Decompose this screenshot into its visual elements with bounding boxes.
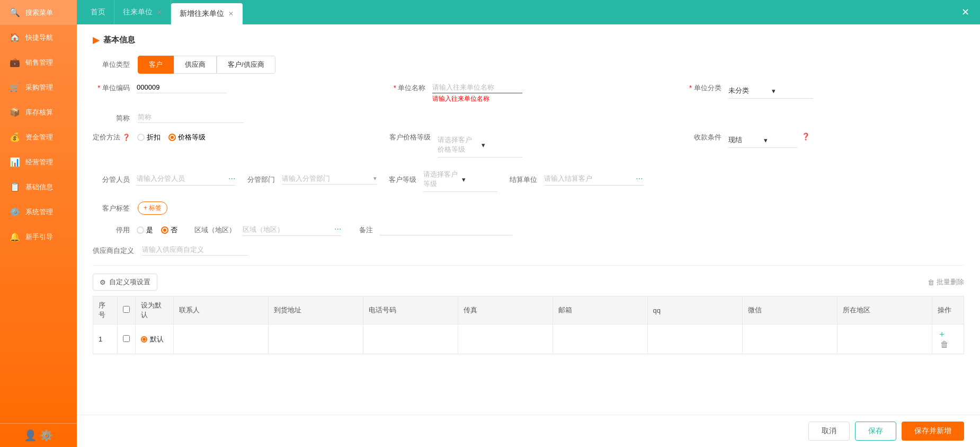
manager-picker-icon[interactable]: ··· <box>228 174 235 183</box>
settlement-field: ··· <box>544 174 643 186</box>
col-seq: 序号 <box>93 296 118 325</box>
sales-icon: 💼 <box>10 57 20 67</box>
cell-wechat <box>742 325 837 354</box>
window-close-icon[interactable]: ✕ <box>956 6 975 18</box>
sidebar-user-icon[interactable]: 👤 <box>24 429 37 442</box>
payment-info-icon[interactable]: ❓ <box>801 133 810 141</box>
qq-input[interactable] <box>653 335 737 343</box>
settlement-cell: 结算单位 ··· <box>508 174 643 186</box>
purchase-icon: 🛒 <box>10 82 20 92</box>
save-new-button[interactable]: 保存并新增 <box>902 422 964 441</box>
sidebar-settings-icon[interactable]: ⚙️ <box>40 429 53 442</box>
unit-name-input[interactable] <box>432 83 522 91</box>
payment-terms-label: 收款条件 <box>684 133 721 142</box>
cell-fax <box>458 325 553 354</box>
sidebar-item-finance[interactable]: 💰 资金管理 <box>0 125 77 150</box>
row-checkbox[interactable] <box>123 335 130 342</box>
fax-input[interactable] <box>464 335 547 343</box>
radio-discount[interactable]: 折扣 <box>137 133 161 142</box>
unit-code-input[interactable] <box>137 83 227 91</box>
radio-no[interactable]: 否 <box>161 225 177 235</box>
col-qq: qq <box>647 296 742 325</box>
row-region-input[interactable] <box>843 335 926 343</box>
sidebar-item-label: 系统管理 <box>25 207 53 217</box>
cell-seq: 1 <box>93 325 118 354</box>
unit-btn-customer[interactable]: 客户 <box>138 56 174 74</box>
sidebar-item-label: 销售管理 <box>25 58 53 67</box>
tab-partners-close[interactable]: ✕ <box>157 8 162 16</box>
sidebar-item-system[interactable]: ⚙️ 系统管理 <box>0 199 77 224</box>
unit-category-select[interactable]: 未分类 ▾ <box>728 83 813 99</box>
contacts-table: 序号 设为默认 联系人 到货地址 电话号码 传真 邮箱 qq 微信 所在地区 操… <box>93 296 964 354</box>
radio-price-level-label: 价格等级 <box>178 133 206 142</box>
customer-level-cell: 客户等级 请选择客户等级 ▾ <box>387 167 497 192</box>
contact-input[interactable] <box>179 335 263 343</box>
unit-btn-supplier[interactable]: 供应商 <box>174 56 217 74</box>
radio-price-level[interactable]: 价格等级 <box>168 133 206 142</box>
select-all-checkbox[interactable] <box>123 306 130 313</box>
sidebar-item-purchase[interactable]: 🛒 采购管理 <box>0 75 77 100</box>
unit-name-label: * 单位名称 <box>388 83 425 93</box>
customer-price-select[interactable]: 请选择客户价格等级 ▾ <box>438 133 522 157</box>
tab-home[interactable]: 首页 <box>82 0 114 24</box>
settlement-input[interactable] <box>544 174 633 182</box>
unit-category-label: * 单位分类 <box>684 83 721 93</box>
abbr-input[interactable] <box>138 113 244 121</box>
cell-region <box>837 325 932 354</box>
col-wechat: 微信 <box>742 296 837 325</box>
delete-icon: 🗑 <box>928 278 934 286</box>
batch-delete-button[interactable]: 🗑 批量删除 <box>928 277 964 287</box>
supplier-custom-input[interactable] <box>142 246 248 253</box>
col-fax: 传真 <box>458 296 553 325</box>
region-cell: 区域（地区） ··· <box>193 224 341 236</box>
email-input[interactable] <box>558 335 642 343</box>
col-contact: 联系人 <box>173 296 268 325</box>
address-input[interactable] <box>274 335 358 343</box>
region-picker-icon[interactable]: ··· <box>334 224 341 234</box>
sidebar-item-quicknav[interactable]: 🏠 快捷导航 <box>0 25 77 50</box>
region-input[interactable] <box>243 225 332 233</box>
department-input[interactable] <box>282 174 371 182</box>
sidebar-item-label: 资金管理 <box>25 133 53 142</box>
search-icon: 🔍 <box>10 7 20 17</box>
add-row-icon[interactable]: ＋ <box>938 329 946 338</box>
sidebar-item-label: 采购管理 <box>25 83 53 92</box>
sidebar-item-operations[interactable]: 📊 经营管理 <box>0 150 77 174</box>
sidebar-item-inventory[interactable]: 📦 库存核算 <box>0 100 77 125</box>
customer-price-placeholder: 请选择客户价格等级 <box>438 135 479 154</box>
sidebar-item-guide[interactable]: 🔔 新手引导 <box>0 224 77 249</box>
payment-terms-select[interactable]: 现结 ▾ <box>728 133 797 148</box>
sidebar-bottom: 👤 ⚙️ <box>0 423 77 447</box>
wechat-input[interactable] <box>748 335 832 343</box>
manager-cell: 分管人员 ··· <box>93 174 235 186</box>
save-button[interactable]: 保存 <box>855 422 896 441</box>
sidebar-item-search[interactable]: 🔍 搜索菜单 <box>0 0 77 25</box>
main-area: 首页 往来单位 ✕ 新增往来单位 ✕ ✕ ▶ 基本信息 单位类型 客户 供应商 <box>77 0 980 447</box>
tab-partners[interactable]: 往来单位 ✕ <box>114 0 171 24</box>
unit-btn-both[interactable]: 客户/供应商 <box>217 56 275 74</box>
home-icon: 🏠 <box>10 32 20 42</box>
customer-level-select[interactable]: 请选择客户等级 ▾ <box>423 167 497 192</box>
default-radio[interactable] <box>141 336 147 343</box>
notes-input[interactable] <box>380 225 512 233</box>
cell-qq <box>647 325 742 354</box>
system-icon: ⚙️ <box>10 207 20 217</box>
department-chevron: ▾ <box>373 175 377 182</box>
settlement-picker-icon[interactable]: ··· <box>636 174 643 183</box>
unit-type-label: 单位类型 <box>93 60 130 69</box>
cancel-button[interactable]: 取消 <box>808 422 850 441</box>
phone-input[interactable] <box>369 335 452 343</box>
sidebar-item-basic[interactable]: 📋 基础信息 <box>0 174 77 199</box>
radio-yes-circle <box>137 226 144 234</box>
cell-email <box>553 325 647 354</box>
custom-settings-button[interactable]: ⚙ 自定义项设置 <box>93 274 157 291</box>
tab-new-partner[interactable]: 新增往来单位 ✕ <box>171 3 243 24</box>
delete-row-icon[interactable]: 🗑 <box>940 340 949 349</box>
tab-new-partner-close[interactable]: ✕ <box>228 10 234 17</box>
add-tag-button[interactable]: + 标签 <box>138 201 167 215</box>
col-region: 所在地区 <box>837 296 932 325</box>
unit-type-section: 单位类型 客户 供应商 客户/供应商 <box>93 56 964 74</box>
radio-yes[interactable]: 是 <box>137 225 153 235</box>
sidebar-item-sales[interactable]: 💼 销售管理 <box>0 50 77 75</box>
manager-input[interactable] <box>137 174 226 182</box>
